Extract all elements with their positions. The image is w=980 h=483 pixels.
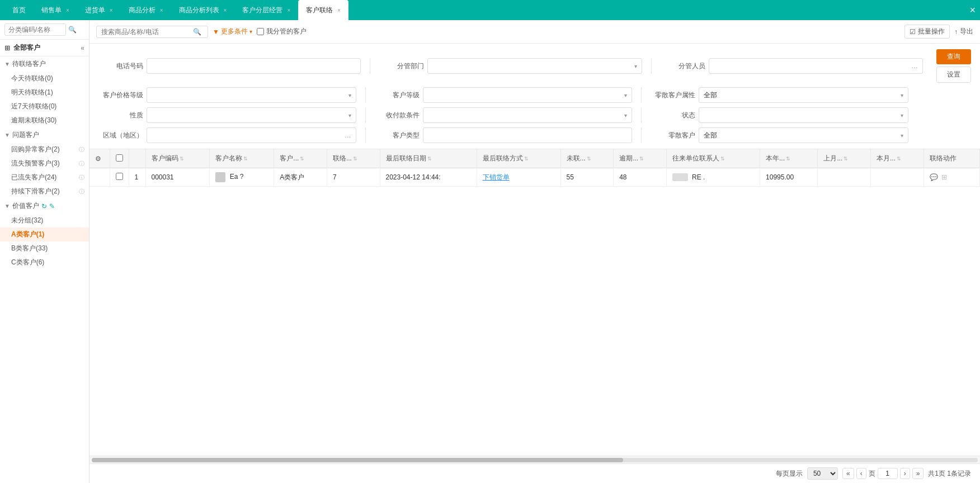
row-checkbox[interactable] xyxy=(116,173,123,180)
batch-op-btn[interactable]: ☑ 批量操作 xyxy=(904,25,950,39)
settings-button[interactable]: 设置 xyxy=(936,67,971,83)
tab-customer-segment[interactable]: 客户分层经营 × xyxy=(234,0,298,20)
customer-name-text: Ea ? xyxy=(230,173,244,181)
customer-type-input[interactable] xyxy=(423,127,633,143)
customer-level-select[interactable]: ▾ xyxy=(423,87,633,103)
close-tab-customer-contact[interactable]: × xyxy=(337,7,341,13)
close-window-icon[interactable]: × xyxy=(969,4,976,16)
sidebar-search-input[interactable] xyxy=(4,23,66,36)
per-page-select[interactable]: 50 100 200 xyxy=(807,467,838,480)
first-page-btn[interactable]: « xyxy=(842,468,854,479)
price-level-select[interactable]: ▾ xyxy=(147,87,356,103)
col-settings[interactable]: ⚙ xyxy=(89,149,110,168)
sort-icon-this-month[interactable]: ⇅ xyxy=(897,156,901,162)
chat-icon[interactable]: 💬 xyxy=(930,173,938,181)
refresh-icon[interactable]: ↻ xyxy=(41,202,47,210)
sidebar-item-today[interactable]: 今天待联络(0) xyxy=(0,72,89,86)
cell-this-year: 10995.00 xyxy=(760,168,818,187)
sidebar-item-class-c[interactable]: C类客户(6) xyxy=(0,255,89,269)
sidebar-section-pending[interactable]: ▼ 待联络客户 xyxy=(0,56,89,72)
tab-home[interactable]: 首页 xyxy=(4,0,34,20)
person-input[interactable]: … xyxy=(709,58,923,74)
filter-icon: ▼ xyxy=(213,28,219,36)
main-search-input[interactable] xyxy=(101,28,191,36)
table-container: ⚙ 客户编码⇅ 客户名称⇅ 客户...⇅ 联络...⇅ xyxy=(89,149,980,456)
sidebar-item-lost[interactable]: 已流失客户(24) ⓘ xyxy=(0,171,89,184)
close-tab-customer-segment[interactable]: × xyxy=(287,7,290,13)
my-customer-checkbox[interactable] xyxy=(257,28,264,35)
export-btn[interactable]: ↑ 导出 xyxy=(954,27,973,36)
scatter-select[interactable]: 全部 ▾ xyxy=(699,127,908,143)
main-search-box[interactable]: 🔍 xyxy=(96,26,208,38)
sort-icon-code[interactable]: ⇅ xyxy=(180,156,184,162)
section-problem-label: 问题客户 xyxy=(12,130,39,140)
more-filter-btn[interactable]: ▼ 更多条件 ▾ xyxy=(213,27,252,36)
grid-action-icon[interactable]: ⊞ xyxy=(941,173,947,181)
tab-customer-contact[interactable]: 客户联络 × xyxy=(298,0,348,20)
sort-icon-last-method[interactable]: ⇅ xyxy=(524,156,529,162)
close-tab-purchase[interactable]: × xyxy=(110,7,113,13)
main-layout: 🔍 ⊞ 全部客户 « ▼ 待联络客户 今天待联络(0) 明天待联络(1) 近7天… xyxy=(0,20,980,483)
payment-select[interactable]: ▾ xyxy=(423,107,633,123)
scrollbar-track[interactable] xyxy=(92,458,978,462)
page-input[interactable] xyxy=(878,468,898,479)
horizontal-scrollbar[interactable] xyxy=(89,456,980,463)
sidebar-item-class-a[interactable]: A类客户(1) xyxy=(0,228,89,242)
sort-icon-name[interactable]: ⇅ xyxy=(243,156,248,162)
phone-input[interactable] xyxy=(147,58,361,74)
main-search-icon[interactable]: 🔍 xyxy=(193,28,201,36)
sidebar-item-class-b[interactable]: B类客户(33) xyxy=(0,242,89,255)
region-input[interactable]: … xyxy=(147,127,356,143)
close-tab-product-analysis[interactable]: × xyxy=(160,7,163,13)
my-customer-label: 我分管的客户 xyxy=(266,27,307,36)
last-method-link[interactable]: 下销货单 xyxy=(483,173,510,181)
tab-product-analysis-list[interactable]: 商品分析列表 × xyxy=(171,0,235,20)
sidebar-item-7days[interactable]: 近7天待联络(0) xyxy=(0,100,89,113)
cell-last-month xyxy=(818,168,871,187)
close-tab-sales[interactable]: × xyxy=(66,7,69,13)
col-name: 客户名称⇅ xyxy=(210,149,274,168)
sort-icon-last-month[interactable]: ⇅ xyxy=(844,156,848,162)
status-select[interactable]: ▾ xyxy=(699,107,908,123)
scatter-attr-select[interactable]: 全部 ▾ xyxy=(699,87,908,103)
scrollbar-thumb[interactable] xyxy=(92,458,623,462)
sidebar-item-abnormal[interactable]: 回购异常客户(2) ⓘ xyxy=(0,143,89,157)
close-tab-product-analysis-list[interactable]: × xyxy=(224,7,227,13)
sidebar-item-overdue[interactable]: 逾期未联络(30) xyxy=(0,113,89,127)
tab-product-analysis[interactable]: 商品分析 × xyxy=(121,0,171,20)
customer-type-label: 客户类型 xyxy=(375,131,420,140)
col-contact: 联络...⇅ xyxy=(327,149,380,168)
sort-icon-no-contact[interactable]: ⇅ xyxy=(587,156,591,162)
edit-icon[interactable]: ✎ xyxy=(49,202,55,210)
divider7 xyxy=(365,127,366,143)
tab-sales[interactable]: 销售单 × xyxy=(34,0,77,20)
sort-icon-this-year[interactable]: ⇅ xyxy=(786,156,790,162)
tab-purchase[interactable]: 进货单 × xyxy=(77,0,121,20)
prev-page-btn[interactable]: ‹ xyxy=(856,468,866,479)
sidebar-item-lost-warning[interactable]: 流失预警客户(3) ⓘ xyxy=(0,157,89,171)
nature-select[interactable]: ▾ xyxy=(147,107,356,123)
dept-select[interactable]: ▾ xyxy=(427,58,642,74)
divider5 xyxy=(365,107,366,123)
sidebar-item-declining[interactable]: 持续下滑客户(2) ⓘ xyxy=(0,184,89,198)
export-icon: ↑ xyxy=(954,28,958,36)
col-this-year: 本年...⇅ xyxy=(760,149,818,168)
sort-icon-contact[interactable]: ⇅ xyxy=(353,156,357,162)
sort-icon-last-date[interactable]: ⇅ xyxy=(427,156,432,162)
sidebar-section-problem[interactable]: ▼ 问题客户 xyxy=(0,127,89,143)
chevron-icon7: ▾ xyxy=(901,112,903,119)
sidebar: 🔍 ⊞ 全部客户 « ▼ 待联络客户 今天待联络(0) 明天待联络(1) 近7天… xyxy=(0,20,89,483)
sort-icon-type[interactable]: ⇅ xyxy=(300,156,304,162)
sidebar-section-value[interactable]: ▼ 价值客户 ↻ ✎ xyxy=(0,198,89,214)
sort-icon-company-contact[interactable]: ⇅ xyxy=(720,156,725,162)
next-page-btn[interactable]: › xyxy=(900,468,910,479)
last-page-btn[interactable]: » xyxy=(912,468,924,479)
query-button[interactable]: 查询 xyxy=(936,49,971,64)
sort-icon-overdue[interactable]: ⇅ xyxy=(639,156,644,162)
page-nav: « ‹ 页 › » xyxy=(842,468,924,479)
sidebar-search-icon[interactable]: 🔍 xyxy=(68,26,77,34)
sidebar-item-tomorrow[interactable]: 明天待联络(1) xyxy=(0,86,89,100)
sidebar-item-unclassified[interactable]: 未分组(32) xyxy=(0,214,89,228)
select-all-checkbox[interactable] xyxy=(116,154,123,162)
collapse-sidebar-icon[interactable]: « xyxy=(81,44,84,52)
